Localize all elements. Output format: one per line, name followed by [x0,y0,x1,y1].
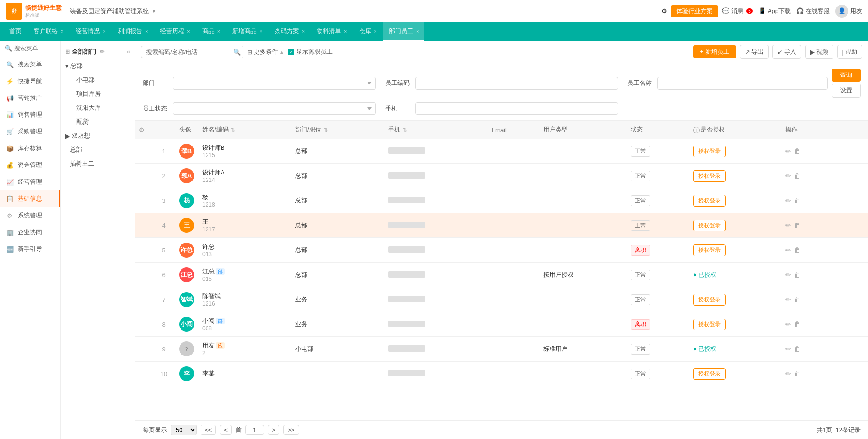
empname-filter-input[interactable] [657,77,828,90]
nav-tab-条码方案[interactable]: 条码方案× [269,22,310,41]
tab-close-icon[interactable]: × [374,28,377,34]
sidebar-item-marketing[interactable]: 📢 营销推广 [0,90,60,106]
tab-close-icon[interactable]: × [416,28,419,34]
auth-login-btn[interactable]: 授权登录 [693,146,726,157]
app-download-btn[interactable]: 📱 App下载 [758,7,791,15]
delete-icon[interactable]: 🗑 [794,172,800,180]
auth-login-btn[interactable]: 授权登录 [693,244,726,256]
th-name[interactable]: 姓名/编码 ⇅ [199,121,292,139]
tab-close-icon[interactable]: × [344,28,347,34]
delete-icon[interactable]: 🗑 [794,345,800,353]
col-settings-icon[interactable]: ⚙ [139,126,145,133]
auth-login-btn[interactable]: 授权登录 [693,170,726,182]
delete-icon[interactable]: 🗑 [794,222,800,229]
delete-icon[interactable]: 🗑 [794,147,800,155]
tab-close-icon[interactable]: × [187,28,190,34]
edit-icon[interactable]: ✏ [785,147,791,155]
sidebar-search-input[interactable] [14,45,56,52]
sidebar-item-purchase[interactable]: 🛒 采购管理 [0,123,60,140]
first-page-btn[interactable]: << [201,425,216,435]
nav-tab-部门员工[interactable]: 部门员工× [383,22,424,41]
sidebar-item-enterprise[interactable]: 🏢 企业协同 [0,224,60,241]
nav-tab-客户联络[interactable]: 客户联络× [28,22,69,41]
query-btn[interactable]: 查询 [832,69,861,82]
nav-tab-首页[interactable]: 首页 [4,22,27,41]
tab-close-icon[interactable]: × [217,28,220,34]
setting-btn[interactable]: 设置 [832,84,861,98]
nav-tab-物料清单[interactable]: 物料清单× [311,22,352,41]
sidebar-item-operation[interactable]: 📈 经营管理 [0,174,60,190]
auth-login-btn[interactable]: 授权登录 [693,220,726,231]
nav-tab-利润报告[interactable]: 利润报告× [112,22,153,41]
edit-icon[interactable]: ✏ [785,370,791,377]
auth-login-btn[interactable]: 授权登录 [693,195,726,207]
dept-filter-select[interactable] [173,77,376,90]
delete-icon[interactable]: 🗑 [794,296,800,303]
dept-item-xiangmuKufang[interactable]: 项目库房 [75,87,135,101]
online-service-btn[interactable]: 🎧 在线客服 [796,7,830,15]
nav-tab-经营历程[interactable]: 经营历程× [154,22,195,41]
auth-login-btn[interactable]: 授权登录 [693,294,726,306]
edit-icon[interactable]: ✏ [785,296,791,303]
th-phone[interactable]: 手机 ⇅ [384,121,487,139]
delete-icon[interactable]: 🗑 [794,246,800,254]
empcode-filter-input[interactable] [415,77,618,90]
delete-icon[interactable]: 🗑 [794,197,800,204]
delete-icon[interactable]: 🗑 [794,271,800,279]
help-btn[interactable]: | 帮助 [837,45,862,59]
search-submit-icon[interactable]: 🔍 [233,49,241,56]
search-input[interactable] [141,46,243,58]
auth-login-btn[interactable]: 授权登录 [693,368,726,380]
import-btn[interactable]: ↙ 导入 [772,45,801,59]
delete-icon[interactable]: 🗑 [794,321,800,328]
dept-item-xiaodibu[interactable]: 小电部 [75,73,135,87]
trial-btn[interactable]: 体验行业方案 [671,5,718,17]
sidebar-item-finance[interactable]: 💰 资金管理 [0,157,60,174]
auth-login-btn[interactable]: 授权登录 [693,319,726,330]
th-dept[interactable]: 部门/职位 ⇅ [292,121,384,139]
sidebar-item-system[interactable]: ⚙ 系统管理 [0,207,60,224]
sidebar-item-inventory[interactable]: 📦 库存核算 [0,140,60,157]
dept-group-shuangxuxiang[interactable]: ▶ 双虚想 [61,129,135,143]
tab-close-icon[interactable]: × [145,28,148,34]
page-size-select[interactable]: 50 100 200 [171,425,197,435]
tab-close-icon[interactable]: × [302,28,305,34]
nav-tab-仓库[interactable]: 仓库× [354,22,382,41]
edit-icon[interactable]: ✏ [785,222,791,229]
delete-icon[interactable]: 🗑 [794,370,800,377]
dept-item-shenyangDaku[interactable]: 沈阳大库 [75,101,135,115]
tab-close-icon[interactable]: × [103,28,105,34]
add-employee-btn[interactable]: + 新增员工 [693,45,736,58]
dept-group-zongbu[interactable]: ▾ 总部 [61,59,135,73]
last-page-btn[interactable]: >> [283,425,299,435]
system-title-arrow[interactable]: ▾ [153,7,156,14]
sidebar-item-guide[interactable]: 🆕 新手引导 [0,241,60,258]
tab-close-icon[interactable]: × [259,28,262,34]
edit-icon[interactable]: ✏ [785,246,791,254]
dept-edit-icon[interactable]: ✏ [100,49,104,55]
edit-icon[interactable]: ✏ [785,197,791,204]
dept-item-zongbu2[interactable]: 总部 [61,143,135,157]
video-btn[interactable]: ▶ 视频 [805,45,833,59]
empstatus-filter-select[interactable] [173,102,376,115]
show-leave-checkbox[interactable]: ✓ 显示离职员工 [288,48,333,56]
edit-icon[interactable]: ✏ [785,271,791,279]
export-btn[interactable]: ↗ 导出 [740,45,769,59]
sidebar-item-basic[interactable]: 📋 基础信息 [0,190,60,207]
page-input[interactable] [245,425,264,435]
settings-gear[interactable]: ⚙ [661,7,667,14]
sidebar-item-sales[interactable]: 📊 销售管理 [0,106,60,123]
nav-tab-商品[interactable]: 商品× [197,22,226,41]
edit-icon[interactable]: ✏ [785,321,791,328]
auth-info-icon[interactable]: i [693,127,700,133]
tab-close-icon[interactable]: × [61,28,63,34]
edit-icon[interactable]: ✏ [785,345,791,353]
prev-page-btn[interactable]: < [220,425,232,435]
phone-filter-input[interactable] [415,102,618,115]
dept-item-peihuo[interactable]: 配货 [75,115,135,129]
sidebar-item-shortcut[interactable]: ⚡ 快捷导航 [0,73,60,90]
sidebar-item-search[interactable]: 🔍 搜索菜单 [0,56,60,73]
message-btn[interactable]: 💬 消息 5 [722,7,753,15]
edit-icon[interactable]: ✏ [785,172,791,180]
nav-tab-经营情况[interactable]: 经营情况× [70,22,111,41]
